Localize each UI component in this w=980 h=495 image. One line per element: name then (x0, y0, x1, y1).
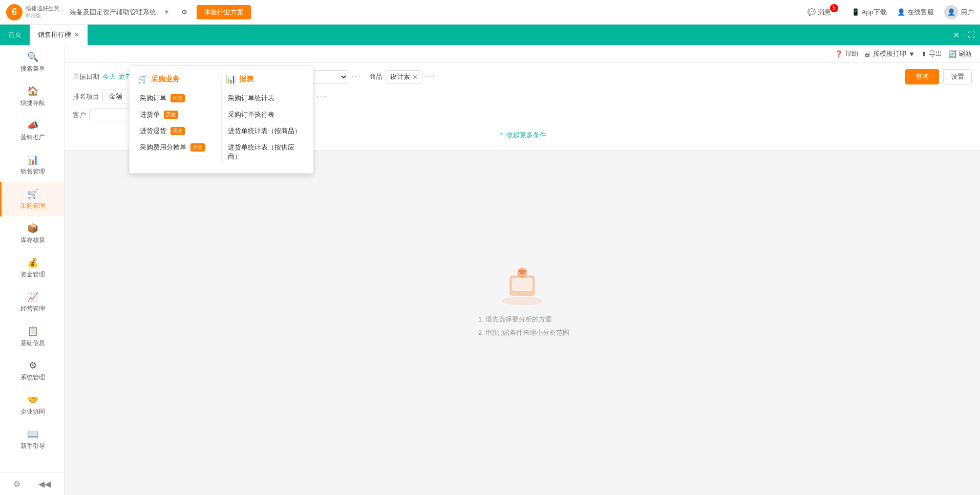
dropdown-cols: 🛒 采购业务 采购订单 历史 进货单 历史 进货退货 历史 (138, 74, 305, 165)
export-label: 导出 (929, 49, 942, 58)
industry-button[interactable]: 体验行业方案 (197, 5, 251, 19)
message-badge: 5 (830, 4, 838, 12)
item-label: 采购订单 (140, 94, 166, 103)
item-label: 采购费用分摊单 (140, 143, 186, 152)
tabbar: 首页 销售排行榜 ✕ ✕ ⛶ (0, 25, 980, 45)
goods-label: 商品 (369, 72, 382, 81)
sidebar-item-nav[interactable]: 🏠 快捷导航 (0, 79, 64, 114)
help-button[interactable]: ❓ 帮助 (835, 49, 858, 58)
col2-title-label: 报表 (239, 75, 253, 84)
item-label: 采购订单统计表 (228, 94, 274, 103)
sidebar-inventory-label: 库存核算 (20, 236, 45, 245)
topbar-left: 6 畅捷通好生意 标准版 装备及固定资产辅助管理系统 ▼ ⚙ 体验行业方案 (6, 4, 251, 20)
gear-button[interactable]: ⚙ (177, 5, 191, 19)
date-today[interactable]: 今天 (102, 72, 116, 81)
goods-tag-value: 设计素 (390, 72, 410, 81)
sidebar-item-system[interactable]: ⚙ 系统管理 (0, 354, 64, 388)
item-label: 进货单统计表（按商品） (228, 126, 301, 136)
inventory-icon: 📦 (27, 223, 38, 234)
app-download-item[interactable]: 📱 App下载 (851, 8, 887, 17)
operation-icon: 📈 (27, 291, 38, 303)
logo-text: 畅捷通好生意 (26, 5, 59, 12)
svg-point-0 (502, 297, 543, 305)
col1-title-label: 采购业务 (151, 75, 180, 84)
setting-button[interactable]: 设置 (943, 69, 972, 84)
finance-icon: 💰 (27, 257, 38, 268)
query-button[interactable]: 查询 (905, 69, 939, 84)
print-button[interactable]: 🖨 按模板打印 ▼ (864, 49, 915, 58)
settings-button[interactable]: ⚙ (13, 479, 20, 489)
item-label: 进货单统计表（按供应商） (228, 143, 303, 161)
logo-icon: 6 (6, 4, 23, 20)
item-label: 进货退货 (140, 126, 166, 136)
svg-rect-4 (518, 270, 526, 272)
goods-tag-close-icon[interactable]: ✕ (412, 73, 418, 81)
sidebar: 🔍 搜索菜单 🏠 快捷导航 📣 营销推广 📊 销售管理 🛒 采购管理 📦 (0, 45, 65, 495)
rank-label: 排名项目 (73, 92, 99, 101)
sidebar-item-basic[interactable]: 📋 基础信息 (0, 319, 64, 354)
sidebar-guide-label: 新手引导 (20, 442, 45, 450)
goods-tag[interactable]: 设计素 ✕ (386, 70, 422, 83)
sidebar-item-marketing[interactable]: 📣 营销推广 (0, 114, 64, 148)
sidebar-item-search[interactable]: 🔍 搜索菜单 (0, 45, 64, 79)
sidebar-item-sales[interactable]: 📊 销售管理 (0, 148, 64, 182)
search-icon: 🔍 (27, 51, 38, 62)
customer-label: 客户 (73, 111, 86, 120)
empty-illustration (497, 265, 548, 308)
refresh-icon: 🔄 (948, 50, 956, 58)
sidebar-purchase-label: 采购管理 (20, 202, 45, 210)
tabbar-expand-icon[interactable]: ⛶ (968, 31, 975, 39)
online-service-label: 在线客服 (907, 8, 934, 17)
dropdown-col1-title: 🛒 采购业务 (138, 74, 217, 84)
dropdown-col-purchase: 🛒 采购业务 采购订单 历史 进货单 历史 进货退货 历史 (138, 74, 217, 165)
user-item[interactable]: 👤 用户 (944, 5, 974, 19)
empty-tip-1: 请先选择要分析的方案 (485, 313, 569, 326)
dropdown-item-inbound-supplier[interactable]: 进货单统计表（按供应商） (226, 139, 305, 165)
dropdown-item-order-exec[interactable]: 采购订单执行表 (226, 106, 305, 123)
tabbar-close-icon[interactable]: ✕ (953, 30, 960, 40)
tab-home[interactable]: 首页 (0, 25, 30, 45)
status-dots[interactable]: ··· (351, 72, 361, 81)
dropdown-divider (221, 74, 222, 165)
corp-icon: 🤝 (27, 394, 38, 405)
message-icon: 💬 (807, 8, 816, 16)
collapse-sidebar-button[interactable]: ◀◀ (38, 479, 51, 489)
logo-badge: 标准版 (26, 12, 59, 19)
dropdown-item-inbound[interactable]: 进货单 历史 (138, 106, 217, 123)
sidebar-item-guide[interactable]: 📖 新手引导 (0, 422, 64, 457)
report-col-icon: 📊 (226, 74, 236, 84)
sidebar-item-purchase[interactable]: 🛒 采购管理 (0, 182, 64, 217)
goods-dots[interactable]: ··· (425, 72, 435, 81)
dropdown-item-purchase-order[interactable]: 采购订单 历史 (138, 90, 217, 106)
tab-close-icon[interactable]: ✕ (74, 31, 79, 38)
home-icon: 🏠 (27, 85, 38, 97)
message-item[interactable]: 💬 消息 5 (807, 8, 841, 17)
print-icon: 🖨 (864, 50, 871, 58)
print-arrow-icon: ▼ (908, 50, 915, 58)
sidebar-item-operation[interactable]: 📈 经营管理 (0, 285, 64, 319)
dropdown-item-inbound-goods[interactable]: 进货单统计表（按商品） (226, 123, 305, 139)
online-service-item[interactable]: 👤 在线客服 (897, 8, 934, 17)
sidebar-item-inventory[interactable]: 📦 库存核算 (0, 217, 64, 251)
logo-area: 6 畅捷通好生意 标准版 (6, 4, 59, 20)
salesperson-dots[interactable]: ··· (316, 92, 326, 101)
app-download-label: App下载 (862, 8, 887, 17)
sidebar-operation-label: 经营管理 (20, 305, 45, 313)
topbar-right: 💬 消息 5 📱 App下载 👤 在线客服 👤 用户 (807, 5, 974, 19)
tab-sales-rank-label: 销售排行榜 (38, 30, 71, 39)
tab-sales-rank[interactable]: 销售排行榜 ✕ (30, 25, 88, 45)
tab-home-label: 首页 (8, 30, 22, 39)
export-button[interactable]: ⬆ 导出 (921, 49, 942, 58)
sidebar-item-corp[interactable]: 🤝 企业协同 (0, 388, 64, 422)
refresh-button[interactable]: 🔄 刷新 (948, 49, 972, 58)
sales-icon: 📊 (27, 154, 38, 165)
dropdown-item-return[interactable]: 进货退货 历史 (138, 123, 217, 139)
dropdown-item-order-stat[interactable]: 采购订单统计表 (226, 90, 305, 106)
dropdown-item-expense[interactable]: 采购费用分摊单 历史 (138, 139, 217, 156)
collapse-up-icon: ⌃ (499, 132, 504, 139)
goods-filter: 商品 设计素 ✕ ··· (369, 70, 435, 83)
sidebar-item-finance[interactable]: 💰 资金管理 (0, 251, 64, 285)
empty-state: 请先选择要分析的方案 用[过滤]条件来缩小分析范围 (65, 150, 980, 495)
item-label: 进货单 (140, 110, 160, 119)
sidebar-sales-label: 销售管理 (20, 167, 45, 176)
